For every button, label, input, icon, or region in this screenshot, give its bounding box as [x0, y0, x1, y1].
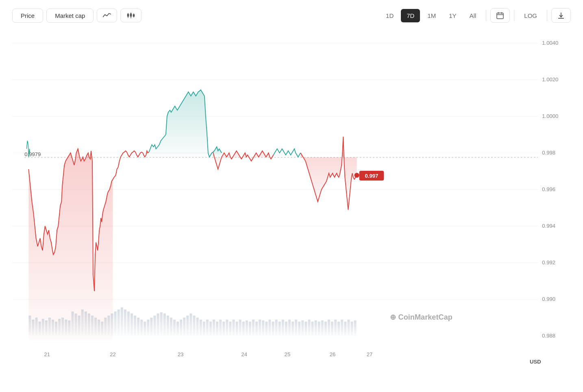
- svg-rect-57: [107, 316, 110, 336]
- svg-rect-104: [262, 320, 264, 336]
- svg-rect-64: [131, 314, 133, 336]
- svg-rect-93: [226, 320, 228, 336]
- svg-rect-55: [101, 322, 103, 336]
- svg-rect-119: [311, 322, 313, 336]
- svg-point-32: [355, 173, 359, 178]
- svg-rect-114: [295, 320, 297, 336]
- svg-rect-37: [42, 319, 44, 336]
- period-1m[interactable]: 1M: [422, 9, 442, 22]
- svg-rect-33: [28, 316, 31, 336]
- svg-rect-98: [242, 322, 245, 336]
- svg-rect-70: [150, 318, 152, 336]
- svg-rect-110: [282, 320, 284, 336]
- svg-rect-88: [209, 322, 212, 336]
- svg-text:0.996: 0.996: [542, 186, 555, 192]
- svg-rect-38: [45, 320, 48, 336]
- svg-text:26: 26: [330, 351, 336, 357]
- svg-rect-41: [55, 322, 57, 336]
- svg-rect-84: [196, 318, 199, 336]
- svg-rect-72: [157, 314, 159, 336]
- svg-rect-132: [354, 320, 357, 336]
- svg-rect-69: [147, 320, 149, 336]
- chart-container: Price Market cap 1D 7D 1M: [0, 0, 583, 392]
- svg-text:24: 24: [241, 351, 248, 357]
- svg-rect-66: [137, 318, 139, 336]
- svg-rect-80: [183, 318, 185, 336]
- svg-rect-49: [81, 309, 84, 336]
- svg-rect-61: [121, 307, 123, 336]
- svg-text:1.0040: 1.0040: [542, 40, 558, 46]
- market-cap-tab[interactable]: Market cap: [46, 9, 94, 23]
- svg-rect-60: [117, 309, 120, 336]
- svg-rect-124: [328, 320, 330, 336]
- svg-rect-130: [347, 320, 350, 336]
- svg-text:23: 23: [178, 351, 184, 357]
- svg-rect-82: [189, 314, 192, 336]
- period-1y[interactable]: 1Y: [443, 9, 462, 22]
- candle-chart-icon[interactable]: [120, 9, 141, 22]
- line-chart-icon[interactable]: [97, 9, 117, 22]
- svg-rect-100: [249, 322, 251, 336]
- svg-rect-83: [193, 316, 196, 336]
- svg-rect-92: [222, 322, 225, 336]
- svg-rect-52: [91, 316, 94, 336]
- svg-rect-120: [315, 320, 317, 336]
- svg-rect-67: [140, 320, 143, 336]
- svg-rect-86: [203, 322, 205, 336]
- svg-rect-96: [236, 322, 238, 336]
- price-tab[interactable]: Price: [12, 9, 43, 23]
- log-button[interactable]: LOG: [518, 9, 543, 22]
- svg-text:0.998: 0.998: [542, 150, 555, 156]
- svg-rect-5: [133, 15, 135, 16]
- svg-text:USD: USD: [530, 359, 541, 365]
- svg-rect-71: [154, 316, 156, 336]
- svg-rect-50: [85, 311, 87, 336]
- calendar-icon[interactable]: [490, 8, 510, 23]
- svg-rect-54: [98, 320, 100, 336]
- svg-rect-44: [65, 320, 67, 336]
- svg-text:25: 25: [285, 351, 291, 357]
- svg-rect-117: [305, 322, 307, 336]
- period-7d[interactable]: 7D: [401, 9, 420, 22]
- svg-rect-107: [272, 322, 274, 336]
- svg-rect-109: [278, 322, 281, 336]
- svg-rect-68: [144, 322, 146, 336]
- svg-rect-81: [186, 316, 189, 336]
- svg-rect-127: [337, 322, 340, 336]
- svg-rect-97: [239, 320, 241, 336]
- svg-rect-125: [331, 322, 333, 336]
- svg-rect-39: [48, 318, 51, 336]
- svg-text:0.9979: 0.9979: [24, 151, 41, 157]
- toolbar-left: Price Market cap: [12, 9, 141, 23]
- svg-text:1.0020: 1.0020: [542, 76, 558, 83]
- svg-rect-6: [497, 13, 503, 19]
- svg-rect-108: [275, 320, 278, 336]
- separator-3: [547, 10, 547, 21]
- svg-rect-129: [344, 322, 346, 336]
- svg-rect-89: [213, 320, 215, 336]
- svg-rect-42: [58, 319, 61, 336]
- separator-1: [486, 10, 486, 21]
- svg-rect-106: [268, 320, 271, 336]
- svg-text:⊕ CoinMarketCap: ⊕ CoinMarketCap: [390, 313, 452, 321]
- svg-rect-62: [124, 309, 126, 336]
- svg-text:0.990: 0.990: [542, 296, 555, 302]
- svg-rect-90: [216, 322, 218, 336]
- svg-rect-1: [128, 14, 129, 16]
- svg-text:21: 21: [44, 351, 50, 357]
- svg-rect-63: [127, 311, 130, 336]
- svg-rect-91: [219, 320, 222, 336]
- period-1d[interactable]: 1D: [380, 9, 399, 22]
- svg-rect-95: [233, 320, 235, 336]
- svg-text:0.997: 0.997: [365, 173, 379, 179]
- svg-rect-48: [78, 316, 80, 336]
- svg-rect-3: [131, 14, 132, 16]
- svg-rect-115: [298, 322, 300, 336]
- svg-rect-45: [68, 320, 70, 336]
- svg-rect-77: [173, 320, 176, 336]
- svg-rect-59: [114, 311, 117, 336]
- period-all[interactable]: All: [464, 9, 482, 22]
- download-icon[interactable]: [551, 8, 571, 23]
- separator-2: [514, 10, 514, 21]
- chart-area: 1.0040 1.0020 1.0000 0.998 0.996 0.994 0…: [12, 31, 571, 372]
